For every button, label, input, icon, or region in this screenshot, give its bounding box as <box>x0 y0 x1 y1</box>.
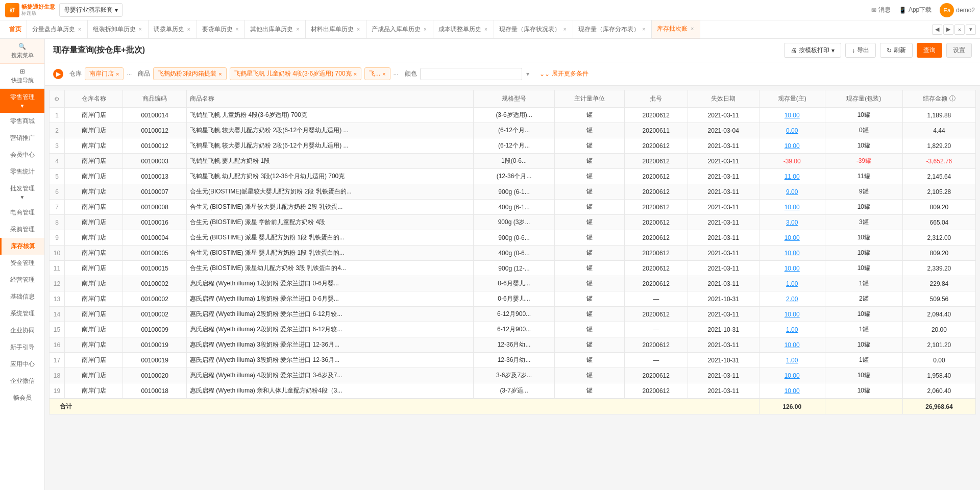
sidebar-item-purchase[interactable]: 采购管理 <box>0 221 44 238</box>
cell-stock-main[interactable]: 10.00 <box>759 307 825 322</box>
cell-stock-main[interactable]: 1.00 <box>759 353 825 368</box>
th-balance: 结存金额 ⓘ <box>902 90 975 108</box>
product-more-icon[interactable]: ··· <box>394 70 399 78</box>
cell-stock-main[interactable]: 10.00 <box>759 230 825 246</box>
cell-stock-main[interactable]: 11.00 <box>759 169 825 184</box>
tab-close-icon[interactable]: × <box>690 26 695 32</box>
tab-close-icon[interactable]: × <box>642 26 647 33</box>
sidebar-item-ecommerce[interactable]: 电商管理 <box>0 204 44 221</box>
tab-close-icon[interactable]: × <box>483 26 488 33</box>
tab-assembly[interactable]: 组装拆卸单历史 × <box>88 20 149 39</box>
table-row: 9 南岸门店 00100004 合生元 (BIOSTIME) 派星 婴儿配方奶粉… <box>50 230 976 246</box>
nav-menu-arrow[interactable]: ▾ <box>966 24 976 35</box>
sidebar-item-member2[interactable]: 畅会员 <box>0 389 44 406</box>
tab-inventory-count[interactable]: 分量盘点单历史 × <box>27 20 88 39</box>
sidebar-item-search[interactable]: 🔍 搜索菜单 <box>0 39 44 64</box>
expand-conditions-button[interactable]: ⌄⌄ 展开更多条件 <box>535 67 593 80</box>
product-remove-icon[interactable]: × <box>354 71 357 77</box>
cell-stock-main[interactable]: 9.00 <box>759 184 825 200</box>
warehouse-remove-icon[interactable]: × <box>116 71 119 77</box>
tab-other-outbound[interactable]: 其他出库单历史 × <box>245 20 306 39</box>
sidebar-item-finance[interactable]: 资金管理 <box>0 255 44 272</box>
tab-finished-in[interactable]: 产成品入库单历史 × <box>366 20 433 39</box>
cell-stock-main[interactable]: 2.00 <box>759 291 825 307</box>
tab-close-icon[interactable]: × <box>77 26 82 33</box>
tab-cost-adjust[interactable]: 成本调整单历史 × <box>433 20 494 39</box>
sidebar-item-wholesale[interactable]: 批发管理 ▼ <box>0 180 44 204</box>
sidebar-item-basic[interactable]: 基础信息 <box>0 288 44 305</box>
sidebar-item-shop[interactable]: 零售商城 <box>0 113 44 130</box>
cell-stock-main[interactable]: -39.00 <box>759 154 825 169</box>
warehouse-tag[interactable]: 南岸门店 × <box>85 67 124 80</box>
sidebar-item-retail[interactable]: 零售管理 ▼ <box>0 89 44 113</box>
refresh-button[interactable]: ↻ 刷新 <box>880 43 913 58</box>
filter-expand-arrow[interactable]: ▶ <box>53 69 63 79</box>
cell-stock-main[interactable]: 10.00 <box>759 200 825 215</box>
cell-warehouse: 南岸门店 <box>65 368 123 383</box>
account-dropdown[interactable]: 母婴行业演示账套 ▾ <box>59 3 122 17</box>
tab-close-icon[interactable]: × <box>295 26 300 33</box>
sidebar-item-enterprise[interactable]: 企业协同 <box>0 322 44 339</box>
print-button[interactable]: 🖨 按模板打印 ▾ <box>784 43 841 58</box>
sidebar-item-member[interactable]: 会员中心 <box>0 146 44 163</box>
table-row: 2 南岸门店 00100012 飞鹤星飞帆 较大婴儿配方奶粉 2段(6-12个月… <box>50 123 976 138</box>
nav-next-arrow[interactable]: ▶ <box>943 24 953 35</box>
app-download-action[interactable]: 📱 App下载 <box>899 6 932 14</box>
product-tag2[interactable]: 飞鹤星飞帆 儿童奶粉 4段(3-6岁适用) 700克 × <box>230 67 361 80</box>
tab-stock-status[interactable]: 现存量（库存状况表） × <box>494 20 573 39</box>
sidebar-item-system[interactable]: 系统管理 <box>0 305 44 322</box>
tab-batch-account[interactable]: 库存批次账 × <box>652 20 700 39</box>
tab-close-icon[interactable]: × <box>138 26 143 33</box>
tab-material-out[interactable]: 材料出库单历史 × <box>306 20 366 39</box>
tab-close-icon[interactable]: × <box>186 26 191 33</box>
settings-button[interactable]: 设置 <box>946 43 972 58</box>
cell-stock-main[interactable]: 10.00 <box>759 138 825 154</box>
product-remove-icon[interactable]: × <box>382 71 385 77</box>
cell-stock-main[interactable]: 10.00 <box>759 261 825 276</box>
user-info[interactable]: Ea demo2 <box>940 3 975 17</box>
cell-name: 惠氏启程 (Wyeth illuma) 2段奶粉 爱尔兰进口 6-12月较... <box>186 307 474 322</box>
cell-spec: 400g (6-1... <box>474 200 554 215</box>
sidebar-item-operations[interactable]: 经营管理 <box>0 272 44 288</box>
sidebar-item-quick-nav[interactable]: ⊞ 快捷导航 <box>0 64 44 89</box>
cell-stock-main[interactable]: 1.00 <box>759 276 825 291</box>
nav-prev-arrow[interactable]: ◀ <box>932 24 942 35</box>
cell-batch: 20200612 <box>624 337 688 353</box>
cell-stock-main[interactable]: 3.00 <box>759 215 825 230</box>
export-button[interactable]: ↓ 导出 <box>845 43 876 58</box>
tab-close-icon[interactable]: × <box>356 26 361 33</box>
tab-requisition[interactable]: 要货单历史 × <box>197 20 246 39</box>
product-tag3[interactable]: 飞... × <box>364 67 390 80</box>
query-button[interactable]: 查询 <box>917 43 942 58</box>
cell-unit: 罐 <box>554 383 624 399</box>
cell-stock-main[interactable]: 1.00 <box>759 322 825 337</box>
tab-close-icon[interactable]: × <box>235 26 240 33</box>
warehouse-more-icon[interactable]: ··· <box>127 70 132 78</box>
message-action[interactable]: ✉ 消息 <box>871 6 891 14</box>
sidebar-item-inventory[interactable]: 库存核算 <box>0 238 44 255</box>
tab-close-icon[interactable]: × <box>423 26 428 33</box>
sidebar-item-guide[interactable]: 新手引导 <box>0 339 44 356</box>
tab-transfer[interactable]: 调拨单历史 × <box>149 20 197 39</box>
cell-spec: 1段(0-6... <box>474 154 554 169</box>
cell-balance: 2,060.40 <box>902 383 975 399</box>
cell-stock-main[interactable]: 10.00 <box>759 383 825 399</box>
color-input[interactable] <box>420 68 522 80</box>
cell-stock-main[interactable]: 10.00 <box>759 337 825 353</box>
th-settings[interactable]: ⚙ <box>50 90 65 108</box>
sidebar-item-marketing[interactable]: 营销推广 <box>0 130 44 146</box>
product-tag1[interactable]: 飞鹤奶粉3段丙箱提装 × <box>153 67 226 80</box>
tab-home[interactable]: 首页 <box>4 20 27 39</box>
cell-stock-main[interactable]: 0.00 <box>759 123 825 138</box>
tab-stock-dist[interactable]: 现存量（库存分布表） × <box>573 20 652 39</box>
tab-close-icon[interactable]: × <box>562 26 568 33</box>
sidebar-item-wechat[interactable]: 企业微信 <box>0 373 44 389</box>
product-remove-icon[interactable]: × <box>218 71 222 77</box>
sidebar-item-appstore[interactable]: 应用中心 <box>0 356 44 373</box>
sidebar-item-stats[interactable]: 零售统计 <box>0 163 44 180</box>
nav-close-arrow[interactable]: × <box>954 24 965 35</box>
cell-stock-main[interactable]: 10.00 <box>759 246 825 261</box>
cell-stock-main[interactable]: 10.00 <box>759 368 825 383</box>
color-dropdown-icon[interactable]: ▾ <box>526 70 529 78</box>
cell-stock-main[interactable]: 10.00 <box>759 108 825 123</box>
